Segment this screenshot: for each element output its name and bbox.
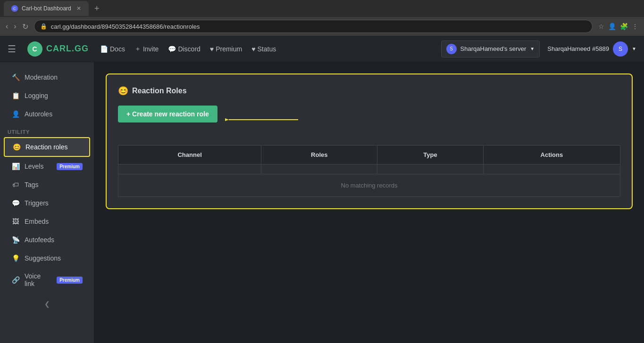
sidebar-item-tags[interactable]: 🏷 Tags xyxy=(4,176,90,194)
column-type: Type xyxy=(377,146,483,164)
header-nav: 📄 Docs ＋ Invite 💬 Discord ♥ Premium ♥ St… xyxy=(100,45,276,53)
sidebar-item-autofeeds[interactable]: 📡 Autofeeds xyxy=(4,231,90,249)
server-name: SharqaHameed's server xyxy=(460,45,527,52)
no-records-text: No matching records xyxy=(118,174,620,197)
browser-actions: ☆ 👤 🧩 ⋮ xyxy=(598,23,638,30)
reload-button[interactable]: ↻ xyxy=(22,22,28,31)
user-info[interactable]: SharqaHameed #5889 S ▼ xyxy=(547,41,636,57)
address-bar[interactable]: 🔒 carl.gg/dashboard/894503528444358686/r… xyxy=(34,20,593,33)
app-header: ☰ C CARL.GG 📄 Docs ＋ Invite 💬 Discord ♥ … xyxy=(0,36,644,62)
nav-invite[interactable]: ＋ Invite xyxy=(134,45,159,53)
main-content: 😊 Reaction Roles + Create new reaction r… xyxy=(94,62,644,343)
bookmark-icon[interactable]: ☆ xyxy=(598,23,604,30)
sidebar-item-moderation[interactable]: 🔨 Moderation xyxy=(4,68,90,86)
suggestions-icon: 💡 xyxy=(11,254,20,262)
voice-link-icon: 🔗 xyxy=(11,276,20,284)
browser-chrome: C Carl-bot Dashboard ✕ + xyxy=(0,0,644,17)
sidebar-label-suggestions: Suggestions xyxy=(25,254,61,262)
tab-close-button[interactable]: ✕ xyxy=(76,5,81,12)
column-roles: Roles xyxy=(261,146,377,164)
sidebar-label-triggers: Triggers xyxy=(25,199,49,207)
sidebar-label-levels: Levels xyxy=(25,163,43,170)
moderation-icon: 🔨 xyxy=(11,73,20,82)
card-header-icon: 😊 xyxy=(118,86,128,96)
sidebar-label-autoroles: Autoroles xyxy=(25,110,52,118)
extensions-icon[interactable]: 🧩 xyxy=(620,23,628,30)
empty-cell-type xyxy=(377,164,483,174)
header-right: S SharqaHameed's server ▼ SharqaHameed #… xyxy=(441,41,636,57)
autoroles-icon: 👤 xyxy=(11,110,20,118)
browser-toolbar: ‹ › ↻ 🔒 carl.gg/dashboard/89450352844435… xyxy=(0,17,644,36)
app-body: 🔨 Moderation 📋 Logging 👤 Autoroles UTILI… xyxy=(0,62,644,343)
sidebar-collapse-button[interactable]: ❮ xyxy=(0,293,94,315)
tab-favicon: C xyxy=(11,5,18,12)
embeds-icon: 🖼 xyxy=(11,217,20,226)
sidebar-item-embeds[interactable]: 🖼 Embeds xyxy=(4,212,90,230)
table-header-row: Channel Roles Type Actions xyxy=(118,146,620,164)
reaction-roles-icon: 😊 xyxy=(12,143,21,151)
sidebar-item-autoroles[interactable]: 👤 Autoroles xyxy=(4,105,90,123)
sidebar-label-reaction-roles: Reaction roles xyxy=(25,143,68,151)
hamburger-menu[interactable]: ☰ xyxy=(8,43,16,55)
tags-icon: 🏷 xyxy=(11,180,20,189)
levels-icon: 📊 xyxy=(11,162,20,171)
voice-link-premium-badge: Premium xyxy=(57,277,83,284)
sidebar-label-moderation: Moderation xyxy=(25,74,58,81)
sidebar-label-tags: Tags xyxy=(25,181,39,188)
card-header-title: Reaction Roles xyxy=(132,87,187,95)
nav-status[interactable]: ♥ Status xyxy=(251,45,276,53)
autofeeds-icon: 📡 xyxy=(11,236,20,244)
nav-premium[interactable]: ♥ Premium xyxy=(210,45,242,53)
nav-docs[interactable]: 📄 Docs xyxy=(100,45,125,53)
profile-icon[interactable]: 👤 xyxy=(608,23,616,30)
column-actions: Actions xyxy=(483,146,620,164)
empty-cell-channel xyxy=(118,164,261,174)
sidebar-item-suggestions[interactable]: 💡 Suggestions xyxy=(4,249,90,267)
server-icon: S xyxy=(446,44,457,54)
sidebar-label-logging: Logging xyxy=(25,92,48,99)
utility-section-label: UTILITY xyxy=(0,123,94,137)
logo[interactable]: C CARL.GG xyxy=(27,41,89,57)
create-button-row: + Create new reaction role xyxy=(118,106,620,134)
tab-title: Carl-bot Dashboard xyxy=(22,5,71,12)
create-reaction-role-button[interactable]: + Create new reaction role xyxy=(118,106,217,122)
sidebar-item-triggers[interactable]: 💬 Triggers xyxy=(4,194,90,212)
sidebar-label-embeds: Embeds xyxy=(25,218,49,225)
ssl-icon: 🔒 xyxy=(40,23,47,30)
table-empty-row xyxy=(118,164,620,174)
sidebar: 🔨 Moderation 📋 Logging 👤 Autoroles UTILI… xyxy=(0,62,94,343)
browser-tab[interactable]: C Carl-bot Dashboard ✕ xyxy=(4,1,89,16)
reaction-roles-table: Channel Roles Type Actions No matching xyxy=(118,145,620,197)
server-dropdown-chevron: ▼ xyxy=(530,46,535,51)
logging-icon: 📋 xyxy=(11,91,20,100)
nav-discord[interactable]: 💬 Discord xyxy=(168,45,200,53)
empty-cell-roles xyxy=(261,164,377,174)
sidebar-label-voice-link: Voice link xyxy=(25,272,52,287)
back-button[interactable]: ‹ xyxy=(6,22,8,31)
new-tab-button[interactable]: + xyxy=(92,2,101,16)
user-avatar: S xyxy=(613,41,628,57)
levels-premium-badge: Premium xyxy=(57,163,83,170)
sidebar-item-levels[interactable]: 📊 Levels Premium xyxy=(4,157,90,175)
user-dropdown-chevron: ▼ xyxy=(632,46,636,51)
logo-icon: C xyxy=(27,41,42,57)
arrow-annotation xyxy=(225,114,301,125)
column-channel: Channel xyxy=(118,146,261,164)
table-no-records-row: No matching records xyxy=(118,174,620,197)
forward-button[interactable]: › xyxy=(14,22,16,31)
menu-icon[interactable]: ⋮ xyxy=(632,23,638,30)
card-header: 😊 Reaction Roles xyxy=(118,86,620,96)
sidebar-label-autofeeds: Autofeeds xyxy=(25,236,54,244)
sidebar-item-reaction-roles[interactable]: 😊 Reaction roles xyxy=(4,137,90,157)
empty-cell-actions xyxy=(483,164,620,174)
triggers-icon: 💬 xyxy=(11,199,20,207)
sidebar-item-logging[interactable]: 📋 Logging xyxy=(4,87,90,105)
server-selector[interactable]: S SharqaHameed's server ▼ xyxy=(441,41,540,57)
reaction-roles-card: 😊 Reaction Roles + Create new reaction r… xyxy=(106,74,633,209)
username: SharqaHameed #5889 xyxy=(547,45,609,52)
logo-text: CARL.GG xyxy=(46,44,89,54)
address-text: carl.gg/dashboard/894503528444358686/rea… xyxy=(51,23,200,30)
sidebar-item-voice-link[interactable]: 🔗 Voice link Premium xyxy=(4,268,90,292)
